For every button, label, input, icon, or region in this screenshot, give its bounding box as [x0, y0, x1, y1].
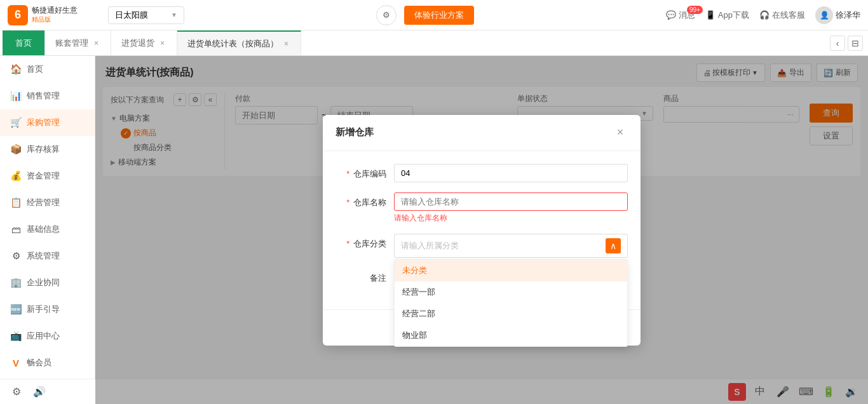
sidebar-item-inventory[interactable]: 📦 库存核算	[0, 136, 95, 163]
top-header: 6 畅捷通好生意 精品版 日太阳膜 ▼ ⚙ 体验行业方案 💬 消息 99+ 📱 …	[0, 0, 868, 30]
category-required-star: *	[346, 239, 349, 248]
modal-overlay[interactable]: 新增仓库 × * 仓库编码	[95, 56, 868, 404]
name-control: 请输入仓库名称	[394, 192, 628, 224]
vip-icon: V	[10, 357, 22, 368]
category-placeholder: 请输入所属分类	[401, 240, 459, 252]
code-label: * 仓库编码	[336, 164, 386, 180]
logo-area: 6 畅捷通好生意 精品版	[8, 5, 103, 25]
category-option-dept1[interactable]: 经营一部	[395, 281, 627, 303]
code-input[interactable]	[394, 164, 628, 182]
add-warehouse-modal: 新增仓库 × * 仓库编码	[323, 115, 641, 346]
category-dropdown: 未分类 经营一部 经营二部 物业部	[394, 259, 628, 347]
category-option-none[interactable]: 未分类	[395, 260, 627, 281]
tab-returns[interactable]: 进货退货 ×	[111, 30, 177, 55]
tab-next-button[interactable]: ⊟	[848, 36, 863, 51]
main-layout: 🏠 首页 📊 销售管理 🛒 采购管理 📦 库存核算 💰 资金管理 📋 经营管理 …	[0, 56, 868, 404]
code-required-star: *	[346, 169, 349, 178]
modal-title: 新增仓库	[336, 126, 374, 138]
user-avatar: 👤	[815, 6, 833, 24]
app-download-button[interactable]: 📱 App下载	[705, 10, 749, 21]
notes-label-text: 备注	[370, 273, 386, 283]
sidebar-item-sales[interactable]: 📊 销售管理	[0, 83, 95, 109]
store-dropdown-icon: ▼	[171, 11, 177, 18]
tab-spacer	[301, 30, 825, 55]
store-selector[interactable]: 日太阳膜 ▼	[108, 6, 184, 24]
sidebar-item-home[interactable]: 🏠 首页	[0, 56, 95, 83]
header-middle: ⚙ 体验行业方案	[184, 5, 666, 25]
category-selector[interactable]: 请输入所属分类 ∧	[394, 234, 628, 258]
name-label-text: 仓库名称	[353, 198, 386, 207]
sidebar-item-operations[interactable]: 📋 经营管理	[0, 189, 95, 216]
basic-icon: 🗃	[10, 224, 22, 235]
sidebar-item-apps[interactable]: 📺 应用中心	[0, 323, 95, 349]
app-name: 畅捷通好生意	[32, 6, 78, 16]
sidebar-purchase-label: 采购管理	[27, 117, 60, 128]
category-label: * 仓库分类	[336, 234, 386, 250]
experience-button[interactable]: 体验行业方案	[404, 6, 474, 25]
tab-bar: 首页 账套管理 × 进货退货 × 进货单统计表（按商品） × ‹ ⊟	[0, 30, 868, 56]
home-tab-label: 首页	[15, 37, 32, 49]
returns-tab-label: 进货退货	[121, 37, 154, 49]
sidebar-item-basic[interactable]: 🗃 基础信息	[0, 216, 95, 243]
code-control	[394, 164, 628, 182]
modal-body: * 仓库编码 * 仓库名称	[323, 151, 641, 309]
sidebar-apps-label: 应用中心	[27, 330, 60, 342]
sidebar-item-finance[interactable]: 💰 资金管理	[0, 163, 95, 189]
sales-icon: 📊	[10, 90, 22, 102]
code-label-text: 仓库编码	[353, 169, 386, 178]
header-right: 💬 消息 99+ 📱 App下载 🎧 在线客服 👤 徐泽华	[666, 6, 860, 24]
sidebar-item-guide[interactable]: 🆕 新手引导	[0, 296, 95, 323]
finance-icon: 💰	[10, 170, 22, 182]
tab-prev-button[interactable]: ‹	[830, 36, 845, 51]
app-logo-icon: 6	[8, 5, 28, 25]
bottom-speaker-icon[interactable]: 🔊	[31, 383, 48, 401]
name-input[interactable]	[394, 192, 628, 211]
stats-tab-close[interactable]: ×	[282, 39, 290, 49]
stats-tab-label: 进货单统计表（按商品）	[187, 38, 278, 50]
sidebar-item-vip[interactable]: V 畅会员	[0, 349, 95, 376]
user-name: 徐泽华	[836, 10, 860, 21]
online-service-button[interactable]: 🎧 在线客服	[759, 10, 805, 21]
category-form-row: * 仓库分类 请输入所属分类 ∧ 未分类 经营一部	[336, 234, 628, 258]
messages-badge: 99+	[687, 6, 703, 14]
sidebar-item-enterprise[interactable]: 🏢 企业协同	[0, 269, 95, 296]
sidebar-item-purchase[interactable]: 🛒 采购管理	[0, 109, 95, 136]
sidebar-system-label: 系统管理	[27, 250, 60, 262]
sidebar-vip-label: 畅会员	[27, 357, 51, 368]
sidebar-home-label: 首页	[27, 64, 43, 75]
content-area: 进货单统计(按商品) 🖨 按模板打印 ▼ 📤 导出 🔄 刷新	[95, 56, 868, 404]
tab-controls: ‹ ⊟	[825, 30, 868, 55]
sidebar-inventory-label: 库存核算	[27, 144, 60, 155]
name-error-msg: 请输入仓库名称	[394, 213, 628, 224]
tab-accounts[interactable]: 账套管理 ×	[45, 30, 111, 55]
guide-icon: 🆕	[10, 304, 22, 315]
tab-stats[interactable]: 进货单统计表（按商品） ×	[177, 30, 301, 55]
category-option-dept2[interactable]: 经营二部	[395, 303, 627, 325]
sidebar-guide-label: 新手引导	[27, 304, 60, 315]
settings-button[interactable]: ⚙	[376, 5, 397, 25]
operations-icon: 📋	[10, 197, 22, 208]
category-up-icon: ∧	[606, 238, 621, 253]
headset-icon: 🎧	[759, 10, 770, 20]
messages-button[interactable]: 💬 消息 99+	[666, 10, 695, 21]
sidebar-basic-label: 基础信息	[27, 224, 60, 235]
bottom-settings-icon[interactable]: ⚙	[8, 383, 25, 401]
sidebar-enterprise-label: 企业协同	[27, 277, 60, 288]
category-option-property[interactable]: 物业部	[395, 325, 627, 346]
name-form-row: * 仓库名称 请输入仓库名称	[336, 192, 628, 224]
code-form-row: * 仓库编码	[336, 164, 628, 182]
app-badge: 精品版	[32, 15, 78, 24]
accounts-tab-close[interactable]: ×	[92, 38, 100, 48]
returns-tab-close[interactable]: ×	[158, 38, 166, 48]
modal-close-button[interactable]: ×	[613, 125, 628, 140]
sidebar-item-system[interactable]: ⚙ 系统管理	[0, 243, 95, 269]
user-info[interactable]: 👤 徐泽华	[815, 6, 860, 24]
purchase-icon: 🛒	[10, 117, 22, 128]
home-icon: 🏠	[10, 64, 22, 75]
sidebar-operations-label: 经营管理	[27, 197, 60, 208]
bottom-left: ⚙ 🔊	[8, 383, 48, 401]
name-label: * 仓库名称	[336, 192, 386, 208]
tab-home[interactable]: 首页	[3, 30, 45, 55]
phone-icon: 📱	[705, 10, 715, 20]
accounts-tab-label: 账套管理	[55, 37, 88, 49]
